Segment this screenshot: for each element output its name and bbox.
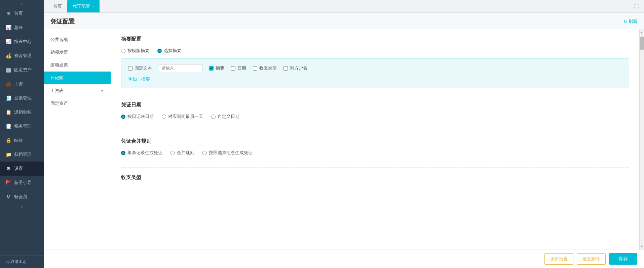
example-text: 例如：摘要 xyxy=(128,77,150,82)
sidebar-item-purchase-sales[interactable]: 📋 进销台账 xyxy=(0,105,44,119)
scroll-down-arrow[interactable]: ▼ xyxy=(640,243,644,250)
select-summary-label: 选择摘要 xyxy=(164,48,181,54)
date-option[interactable]: 日期 xyxy=(231,65,246,71)
summary-config-title: 摘要配置 xyxy=(121,36,629,42)
left-nav-journal[interactable]: 日记账 xyxy=(44,72,111,84)
maximize-button[interactable]: ⛶ xyxy=(633,3,640,10)
fixed-text-checkbox[interactable] xyxy=(128,66,132,71)
save-button[interactable]: 保存 xyxy=(609,253,637,265)
chevron-down-icon: ▼ xyxy=(100,89,104,93)
fixed-text-input[interactable] xyxy=(159,64,202,72)
minimize-button[interactable]: — xyxy=(622,3,630,10)
summary-radio-group: 按模版摘要 选择摘要 xyxy=(121,48,629,54)
last-day-period-radio[interactable] xyxy=(162,115,166,119)
tab-voucher-config[interactable]: 凭证配置 × xyxy=(67,0,100,12)
custom-date-option[interactable]: 自定义日期 xyxy=(211,114,239,120)
sidebar-item-settings[interactable]: ⚙ 设置 xyxy=(0,162,44,176)
sidebar-label-vip: 畅会员 xyxy=(14,194,27,200)
last-day-period-label: 对应期间最后一天 xyxy=(168,114,203,120)
unpin-icon: ◁ xyxy=(5,260,8,264)
update-preview-button[interactable]: 更新预置 xyxy=(544,253,573,265)
select-summary-option[interactable]: 选择摘要 xyxy=(157,48,181,54)
scroll-up-arrow[interactable]: ▲ xyxy=(640,29,644,35)
date-label: 日期 xyxy=(237,65,246,71)
template-summary-radio[interactable] xyxy=(121,49,125,53)
income-expense-label: 收支类型 xyxy=(259,65,277,71)
sidebar-item-funds[interactable]: 💰 资金管理 xyxy=(0,49,44,63)
select-summary-radio[interactable] xyxy=(157,49,162,53)
counterparty-option[interactable]: 对方户名 xyxy=(283,65,307,71)
vip-icon: V xyxy=(5,194,11,199)
sidebar-label-home: 首页 xyxy=(14,10,23,16)
sidebar-item-archive[interactable]: 📁 归档管理 xyxy=(0,147,44,162)
date-checkbox[interactable] xyxy=(231,66,235,71)
funds-icon: 💰 xyxy=(5,53,11,58)
merge-rules-label: 合并规则 xyxy=(177,150,194,156)
sidebar-item-guide[interactable]: 🚩 新手引导 xyxy=(0,176,44,190)
assets-icon: 🏢 xyxy=(5,67,11,73)
close-tab-icon[interactable]: × xyxy=(92,4,94,8)
batch-delete-button[interactable]: 批量删除 xyxy=(577,253,606,265)
sidebar-item-vip[interactable]: V 畅会员 xyxy=(0,190,44,204)
sidebar-item-assets[interactable]: 🏢 固定资产 xyxy=(0,63,44,77)
summary-generate-label: 按照选择汇总生成凭证 xyxy=(209,150,253,156)
summary-generate-radio[interactable] xyxy=(202,151,207,155)
summary-checkbox[interactable] xyxy=(209,66,214,71)
summary-config-section: 摘要配置 按模版摘要 选择摘要 xyxy=(121,36,629,95)
refresh-label: 刷新 xyxy=(629,18,637,25)
sidebar-scroll-down[interactable]: ▼ xyxy=(0,204,44,210)
sidebar-label-funds: 资金管理 xyxy=(14,53,32,59)
by-journal-date-label: 按日记账日期 xyxy=(127,114,154,120)
counterparty-checkbox[interactable] xyxy=(283,66,288,71)
counterparty-label: 对方户名 xyxy=(290,65,307,71)
voucher-date-radio-group: 按日记账日期 对应期间最后一天 自定义日期 xyxy=(121,114,629,120)
by-journal-date-option[interactable]: 按日记账日期 xyxy=(121,114,154,120)
income-expense-section: 收支类型 xyxy=(121,174,629,193)
purchase-sales-icon: 📋 xyxy=(5,109,11,115)
refresh-button[interactable]: ↻ 刷新 xyxy=(623,18,637,25)
summary-generate-option[interactable]: 按照选择汇总生成凭证 xyxy=(202,150,253,156)
template-summary-option[interactable]: 按模版摘要 xyxy=(121,48,149,54)
sidebar-item-closing[interactable]: 🔒 结账 xyxy=(0,133,44,147)
bottom-action-bar: 更新预置 批量删除 保存 xyxy=(44,250,644,268)
sidebar-item-ledger[interactable]: 📊 总账 xyxy=(0,20,44,35)
left-nav-fixed-assets[interactable]: 固定资产 xyxy=(44,97,111,110)
fixed-text-option[interactable]: 固定文本 xyxy=(128,65,152,71)
left-nav-public[interactable]: 公共选项 xyxy=(44,33,111,46)
merge-rules-option[interactable]: 合并规则 xyxy=(171,150,194,156)
sidebar-label-settings: 设置 xyxy=(14,166,23,172)
merge-rule-section: 凭证合并规则 单条记录生成凭证 合并规则 按照选择汇总生成凭证 xyxy=(121,138,629,168)
left-nav-payroll-table[interactable]: 工资表 ▼ xyxy=(44,84,111,97)
sidebar-item-reports[interactable]: 📈 报表中心 xyxy=(0,35,44,49)
single-record-radio[interactable] xyxy=(121,151,125,155)
merge-rules-radio[interactable] xyxy=(171,151,175,155)
single-record-option[interactable]: 单条记录生成凭证 xyxy=(121,150,162,156)
sidebar-label-archive: 归档管理 xyxy=(14,151,32,158)
template-summary-label: 按模版摘要 xyxy=(127,48,149,54)
sidebar-item-home[interactable]: ⊞ 首页 xyxy=(0,6,44,20)
invoice-mgmt-icon: 🧾 xyxy=(5,95,11,101)
sidebar-item-tax[interactable]: 📑 税务管理 xyxy=(0,119,44,133)
income-expense-checkbox[interactable] xyxy=(253,66,257,71)
last-day-period-option[interactable]: 对应期间最后一天 xyxy=(162,114,203,120)
custom-date-radio[interactable] xyxy=(211,115,216,119)
sidebar-label-payroll: 工资 xyxy=(14,81,23,87)
by-journal-date-radio[interactable] xyxy=(121,115,125,119)
outer-scrollbar: ▲ ▼ xyxy=(639,29,644,250)
fixed-text-label: 固定文本 xyxy=(135,65,152,71)
guide-icon: 🚩 xyxy=(5,180,11,185)
sidebar-label-invoice-mgmt: 发票管理 xyxy=(14,95,32,101)
income-expense-option[interactable]: 收支类型 xyxy=(253,65,277,71)
left-nav-purchase-invoice[interactable]: 进项发票 xyxy=(44,59,111,72)
tab-home[interactable]: 首页 xyxy=(48,0,67,12)
sidebar-item-invoice-mgmt[interactable]: 🧾 发票管理 xyxy=(0,91,44,105)
scroll-thumb[interactable] xyxy=(640,37,644,50)
summary-option[interactable]: 摘要 xyxy=(209,65,224,71)
sidebar-item-payroll[interactable]: 💼 工资 xyxy=(0,77,44,91)
sidebar-scroll-up[interactable]: ▲ xyxy=(0,0,44,6)
custom-date-label: 自定义日期 xyxy=(218,114,239,120)
single-record-label: 单条记录生成凭证 xyxy=(127,150,162,156)
sidebar-unpin[interactable]: ◁ 取消固定 xyxy=(0,255,44,268)
left-nav-sales-invoice[interactable]: 销项发票 xyxy=(44,46,111,59)
tab-home-label: 首页 xyxy=(53,3,62,9)
